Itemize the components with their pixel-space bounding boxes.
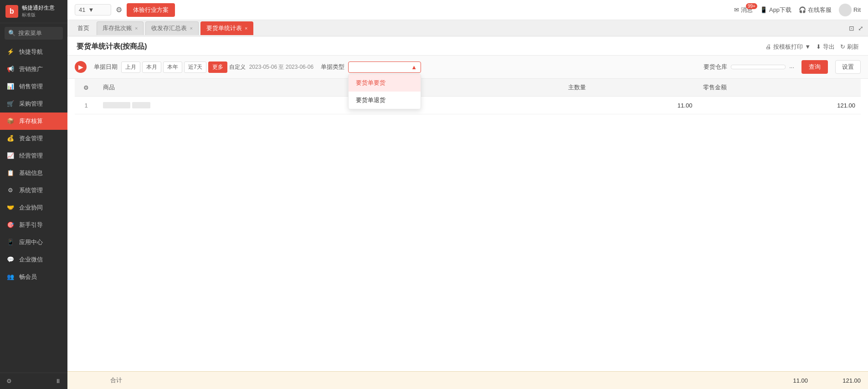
- brand-sub: 标准版: [22, 12, 55, 18]
- trial-button[interactable]: 体验行业方案: [127, 3, 175, 17]
- sidebar-item-purchase[interactable]: 🛒 采购管理: [0, 95, 67, 113]
- user-name: Rit: [853, 6, 861, 13]
- store-select[interactable]: 41 ▼: [75, 4, 111, 15]
- sidebar-item-enterprise[interactable]: 🤝 企业协同: [0, 199, 67, 216]
- date-btn-this-month[interactable]: 本月: [142, 61, 161, 73]
- tabs-actions: ⊡ ⤢: [849, 25, 863, 32]
- sidebar-item-guide[interactable]: 🎯 新手引导: [0, 216, 67, 234]
- warehouse-label: 要货仓库: [704, 63, 727, 71]
- member-icon: 👥: [6, 273, 15, 281]
- chevron-down-icon: ▼: [88, 6, 94, 13]
- tab-home[interactable]: 首页: [72, 21, 95, 35]
- warehouse-input[interactable]: [731, 65, 786, 69]
- export-icon: ⬇: [816, 43, 821, 50]
- app-center-icon: 📱: [6, 238, 15, 246]
- sidebar-search[interactable]: 🔍 搜索菜单: [5, 27, 63, 40]
- date-custom-btn[interactable]: 自定义: [229, 63, 246, 71]
- app-download-label: App下载: [769, 6, 791, 14]
- messages-item[interactable]: ✉ 消息 99+: [734, 6, 753, 14]
- chevron-up-icon: ▲: [411, 64, 417, 71]
- footer-amount: 121.00: [815, 377, 861, 384]
- query-button[interactable]: 查询: [801, 60, 828, 74]
- sidebar-item-basic[interactable]: 📋 基础信息: [0, 164, 67, 182]
- app-center-label: 应用中心: [19, 238, 43, 246]
- online-service-item[interactable]: 🎧 在线客服: [799, 6, 832, 14]
- app-download-item[interactable]: 📱 App下载: [760, 6, 791, 14]
- user-profile[interactable]: Rit: [839, 4, 861, 16]
- date-btn-last-month[interactable]: 上月: [121, 61, 140, 73]
- type-select-input[interactable]: [352, 64, 408, 71]
- sidebar-item-wechat[interactable]: 💬 企业微信: [0, 251, 67, 268]
- row-qty: 11.00: [563, 97, 698, 114]
- date-btn-7days[interactable]: 近7天: [184, 61, 206, 73]
- brand-name: 畅捷通好生意: [22, 5, 55, 12]
- topbar: 41 ▼ ⚙ 体验行业方案 ✉ 消息 99+ 📱 App下载 🎧 在线客服 R: [67, 0, 868, 20]
- type-filter-label: 单据类型: [321, 63, 344, 71]
- col-qty: 主数量: [563, 79, 698, 97]
- page-title: 要货单统计表(按商品): [77, 42, 147, 51]
- finance-icon: 💰: [6, 134, 15, 143]
- sidebar-item-inventory[interactable]: 📦 库存核算: [0, 113, 67, 130]
- topbar-settings-icon[interactable]: ⚙: [116, 5, 122, 14]
- date-btn-this-year[interactable]: 本年: [163, 61, 182, 73]
- sidebar-item-operation[interactable]: 📈 经营管理: [0, 147, 67, 164]
- footer-label: 合计: [105, 376, 122, 384]
- sidebar-item-marketing[interactable]: 📢 营销推广: [0, 61, 67, 78]
- print-chevron-icon: ▼: [805, 43, 811, 50]
- tab-batch-close-icon[interactable]: ×: [135, 26, 138, 31]
- messages-badge: 99+: [746, 3, 757, 9]
- inventory-label: 库存核算: [19, 117, 43, 125]
- date-range-display: 2023-05-06 至 2023-06-06: [249, 63, 313, 71]
- product-placeholder2: [132, 102, 150, 108]
- sidebar-item-quick-nav[interactable]: ⚡ 快捷导航: [0, 43, 67, 61]
- tab-summary-close-icon[interactable]: ×: [190, 26, 192, 31]
- type-select-box[interactable]: ▲: [348, 61, 421, 73]
- refresh-icon: ↻: [840, 43, 845, 50]
- page-actions: 🖨 按模板打印 ▼ ⬇ 导出 ↻ 刷新: [765, 43, 859, 51]
- sidebar-item-app-center[interactable]: 📱 应用中心: [0, 234, 67, 251]
- col-settings[interactable]: ⚙: [75, 79, 98, 97]
- tab-batch-label: 库存批次账: [103, 24, 132, 32]
- export-action[interactable]: ⬇ 导出: [816, 43, 835, 51]
- sidebar-item-system[interactable]: ⚙ 系统管理: [0, 182, 67, 199]
- filter-expand-button[interactable]: ▶: [75, 61, 87, 73]
- dropdown-item-return-order[interactable]: 要货单退货: [349, 92, 421, 109]
- marketing-label: 营销推广: [19, 65, 43, 73]
- print-action[interactable]: 🖨 按模板打印 ▼: [765, 43, 811, 51]
- table-head: ⚙ 商品 主计量单位 主数量 零售金额: [75, 79, 861, 97]
- tab-summary[interactable]: 收发存汇总表 ×: [145, 21, 198, 35]
- user-avatar: [839, 4, 852, 16]
- col-settings-icon: ⚙: [83, 84, 89, 91]
- data-table: ⚙ 商品 主计量单位 主数量 零售金额 1: [75, 79, 861, 114]
- tab-batch[interactable]: 库存批次账 ×: [97, 21, 144, 35]
- enterprise-label: 企业协同: [19, 204, 43, 212]
- collapse-icon[interactable]: ⏸: [55, 378, 61, 384]
- operation-label: 经营管理: [19, 152, 43, 160]
- refresh-action[interactable]: ↻ 刷新: [840, 43, 859, 51]
- marketing-icon: 📢: [6, 65, 15, 73]
- sidebar-item-sales[interactable]: 📊 销售管理: [0, 78, 67, 95]
- tab-requisition[interactable]: 要货单统计表 ×: [200, 21, 253, 35]
- settings-button[interactable]: 设置: [835, 60, 861, 74]
- guide-icon: 🎯: [6, 221, 15, 229]
- dropdown-item-requisition-order[interactable]: 要货单要货: [349, 74, 421, 92]
- purchase-label: 采购管理: [19, 100, 43, 108]
- tab-expand-icon[interactable]: ⤢: [858, 25, 863, 32]
- page-header: 要货单统计表(按商品) 🖨 按模板打印 ▼ ⬇ 导出 ↻ 刷新: [67, 36, 868, 55]
- wechat-icon: 💬: [6, 256, 15, 264]
- operation-icon: 📈: [6, 152, 15, 160]
- tab-restore-icon[interactable]: ⊡: [849, 25, 854, 32]
- warehouse-more-icon[interactable]: ···: [789, 64, 794, 71]
- sidebar-item-member[interactable]: 👥 畅会员: [0, 268, 67, 286]
- type-select-wrapper: ▲ 要货单要货 要货单退货: [348, 61, 421, 73]
- settings-bottom-icon[interactable]: ⚙: [6, 378, 12, 384]
- tab-requisition-close-icon[interactable]: ×: [245, 26, 247, 31]
- member-label: 畅会员: [19, 273, 37, 281]
- quick-nav-icon: ⚡: [6, 48, 15, 56]
- store-value: 41: [79, 6, 85, 13]
- sidebar-item-finance[interactable]: 💰 资金管理: [0, 130, 67, 147]
- date-btn-more[interactable]: 更多: [208, 61, 227, 73]
- refresh-label: 刷新: [847, 43, 859, 51]
- logo-icon: b: [5, 5, 18, 18]
- sidebar-logo: b 畅捷通好生意 标准版: [0, 0, 67, 23]
